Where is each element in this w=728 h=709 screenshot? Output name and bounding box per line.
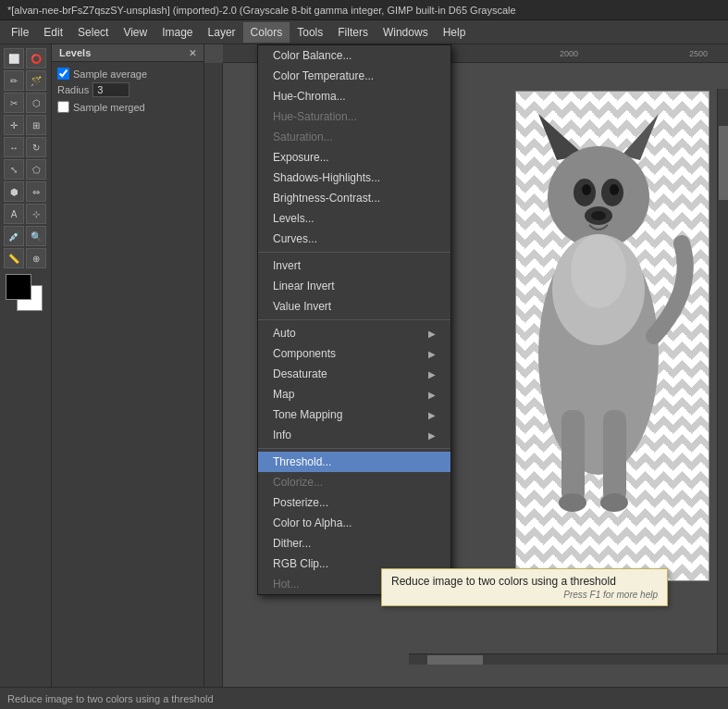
svg-marker-1 — [622, 114, 659, 160]
menu-help[interactable]: Help — [436, 22, 474, 43]
foreground-color-swatch[interactable] — [6, 274, 31, 300]
svg-point-8 — [591, 211, 606, 220]
title-bar: *[alvan-nee-brFsZ7qszSY-unsplash] (impor… — [0, 0, 728, 20]
menu-info[interactable]: Info ▶ — [258, 425, 450, 445]
svg-point-2 — [548, 146, 649, 248]
status-text: Reduce image to two colors using a thres… — [7, 693, 214, 704]
scrollbar-thumb-horizontal[interactable] — [427, 655, 483, 665]
menu-select[interactable]: Select — [70, 22, 116, 43]
left-panel: Levels ✕ Sample average Radius Sample me… — [52, 44, 204, 687]
menu-exposure[interactable]: Exposure... — [258, 147, 450, 168]
map-arrow: ▶ — [428, 390, 436, 400]
scrollbar-thumb-vertical[interactable] — [719, 126, 728, 200]
ruler-vertical — [204, 63, 223, 687]
panel-header-levels: Levels ✕ — [52, 44, 204, 62]
tool-perspective[interactable]: ⬢ — [4, 181, 24, 202]
menu-brightness-contrast[interactable]: Brightness-Contrast... — [258, 188, 450, 208]
menu-desaturate[interactable]: Desaturate ▶ — [258, 364, 450, 384]
menu-hue-chroma[interactable]: Hue-Chroma... — [258, 86, 450, 106]
tool-zoom[interactable]: 🔍 — [26, 226, 46, 246]
tool-free-select[interactable]: ✏ — [4, 70, 24, 91]
tool-rect-select[interactable]: ⬜ — [4, 48, 24, 68]
tool-align[interactable]: ⊞ — [26, 115, 46, 135]
svg-point-6 — [610, 184, 619, 195]
menu-file[interactable]: File — [4, 22, 36, 43]
dog-image — [515, 91, 709, 581]
menu-hue-saturation: Hue-Saturation... — [258, 106, 450, 127]
svg-rect-11 — [561, 410, 585, 503]
menu-edit[interactable]: Edit — [36, 22, 70, 43]
divider-2 — [258, 319, 450, 320]
menu-tools[interactable]: Tools — [290, 22, 330, 43]
tool-move[interactable]: ✛ — [4, 115, 24, 135]
status-bar: Reduce image to two colors using a thres… — [0, 687, 728, 709]
menu-image[interactable]: Image — [154, 22, 200, 43]
menu-auto[interactable]: Auto ▶ — [258, 323, 450, 343]
menu-shadows-highlights[interactable]: Shadows-Highlights... — [258, 168, 450, 188]
menu-posterize[interactable]: Posterize... — [258, 492, 450, 513]
menu-layer[interactable]: Layer — [201, 22, 243, 43]
tool-crop[interactable]: ⊹ — [26, 204, 46, 224]
menu-linear-invert[interactable]: Linear Invert — [258, 276, 450, 296]
menu-tone-mapping[interactable]: Tone Mapping ▶ — [258, 404, 450, 425]
svg-point-5 — [582, 184, 591, 195]
svg-point-13 — [559, 493, 586, 512]
menu-filters[interactable]: Filters — [330, 22, 376, 43]
components-arrow: ▶ — [428, 349, 436, 359]
info-arrow: ▶ — [428, 430, 436, 441]
colors-dropdown-menu: Color Balance... Color Temperature... Hu… — [257, 44, 451, 595]
tool-measure[interactable]: 📏 — [4, 248, 24, 268]
menu-invert[interactable]: Invert — [258, 255, 450, 276]
divider-1 — [258, 252, 450, 253]
tool-scissors[interactable]: ✂ — [4, 93, 24, 113]
tone-mapping-arrow: ▶ — [428, 410, 436, 420]
dog-silhouette — [516, 92, 709, 580]
color-swatches — [6, 274, 46, 315]
panel-close-btn[interactable]: ✕ — [189, 48, 196, 58]
tool-text[interactable]: A — [4, 204, 24, 224]
radius-input[interactable] — [93, 82, 130, 97]
menu-threshold[interactable]: Threshold... — [258, 452, 450, 472]
tool-fuzzy-select[interactable]: 🪄 — [26, 70, 46, 91]
menu-components[interactable]: Components ▶ — [258, 343, 450, 364]
tool-transform[interactable]: ↔ — [4, 137, 24, 157]
svg-rect-12 — [603, 410, 626, 503]
tool-scale[interactable]: ⤡ — [4, 159, 24, 180]
tool-rotate[interactable]: ↻ — [26, 137, 46, 157]
threshold-tooltip: Reduce image to two colors using a thres… — [381, 568, 668, 606]
desaturate-arrow: ▶ — [428, 369, 436, 379]
scrollbar-vertical[interactable] — [717, 89, 728, 653]
menu-colorize: Colorize... — [258, 472, 450, 492]
menu-saturation: Saturation... — [258, 127, 450, 147]
menu-color-temperature[interactable]: Color Temperature... — [258, 66, 450, 86]
menu-color-balance[interactable]: Color Balance... — [258, 45, 450, 66]
tool-ellipse-select[interactable]: ⭕ — [26, 48, 46, 68]
svg-point-14 — [600, 493, 628, 512]
svg-point-15 — [571, 234, 626, 308]
divider-3 — [258, 448, 450, 449]
title-text: *[alvan-nee-brFsZ7qszSY-unsplash] (impor… — [7, 5, 516, 16]
menu-bar: File Edit Select View Image Layer Colors… — [0, 20, 728, 44]
toolbox: ⬜ ⭕ ✏ 🪄 ✂ ⬡ ✛ ⊞ ↔ ↻ ⤡ ⬠ ⬢ ⇔ A ⊹ — [0, 44, 52, 687]
menu-colors[interactable]: Colors — [243, 22, 290, 43]
menu-dither[interactable]: Dither... — [258, 533, 450, 554]
tool-heal[interactable]: ⊕ — [26, 248, 46, 268]
sample-merged-checkbox[interactable] — [57, 101, 69, 113]
menu-map[interactable]: Map ▶ — [258, 384, 450, 404]
tooltip-hint-text: Press F1 for more help — [391, 590, 658, 600]
tool-flip[interactable]: ⇔ — [26, 181, 46, 202]
tooltip-main-text: Reduce image to two colors using a thres… — [391, 575, 658, 588]
menu-view[interactable]: View — [116, 22, 154, 43]
menu-value-invert[interactable]: Value Invert — [258, 296, 450, 317]
scrollbar-horizontal[interactable] — [409, 653, 728, 665]
tool-color-picker[interactable]: 💉 — [4, 226, 24, 246]
auto-arrow: ▶ — [428, 329, 436, 339]
menu-curves[interactable]: Curves... — [258, 229, 450, 249]
menu-color-to-alpha[interactable]: Color to Alpha... — [258, 513, 450, 533]
tool-shear[interactable]: ⬠ — [26, 159, 46, 180]
menu-windows[interactable]: Windows — [376, 22, 436, 43]
menu-levels[interactable]: Levels... — [258, 208, 450, 229]
sample-average-checkbox[interactable] — [57, 68, 69, 80]
tool-foreground-select[interactable]: ⬡ — [26, 93, 46, 113]
